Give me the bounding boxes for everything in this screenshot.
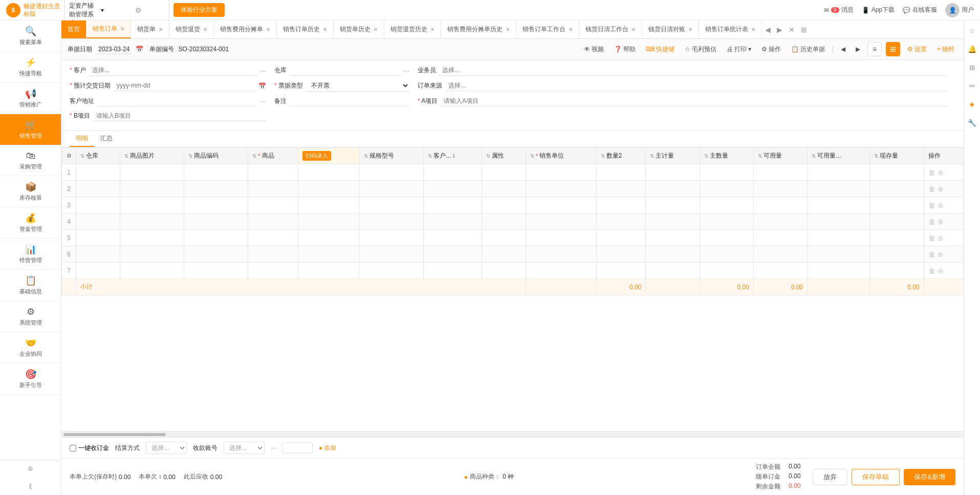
cell-product-img[interactable] [120,164,184,181]
cell-qty2[interactable] [596,213,646,230]
card-view-btn[interactable]: ⊞ [886,42,900,56]
remarks-input[interactable] [290,96,409,106]
cell-available[interactable] [753,213,807,230]
sort-icon[interactable]: ⇅ [874,153,878,159]
tab-order-workbench[interactable]: 销售订单工作台 ✕ [516,20,579,38]
sort-icon[interactable]: ⇅ [812,153,816,159]
tab-return-history[interactable]: 销货退货历史 ✕ [384,20,441,38]
cell-stock[interactable] [870,164,924,181]
cell-product-code[interactable] [184,246,248,263]
cell-scan[interactable] [298,246,360,263]
date-value[interactable]: 2023-03-24 [96,45,132,54]
cell-available2[interactable] [808,246,870,263]
info-icon[interactable]: ℹ [159,474,161,480]
sidebar-gear-btn[interactable]: ⚙ [0,460,61,478]
close-icon[interactable]: ✕ [266,27,270,32]
cell-warehouse[interactable] [76,181,120,197]
rp-icon-4[interactable]: ✏ [966,80,978,92]
settings-btn[interactable]: ⚙ 设置 [904,44,930,55]
sort-icon[interactable]: ⇅ [252,153,256,159]
cell-scan[interactable] [298,263,360,279]
cell-product-img[interactable] [120,263,184,279]
payment-select[interactable]: 选择... [146,442,187,454]
amount-input[interactable]: 0.00 [282,442,313,454]
cell-qty2[interactable] [596,246,646,263]
sidebar-item-sales[interactable]: 🛒 销售管理 [0,114,61,145]
rp-icon-3[interactable]: ⊞ [966,61,978,74]
copy-icon[interactable]: ⊕ [938,250,944,259]
cell-product-code[interactable] [184,164,248,181]
settings-icon[interactable]: ⚙ [135,6,165,14]
cell-product-img[interactable] [120,213,184,230]
cell-qty2[interactable] [596,263,646,279]
cell-main-unit[interactable] [646,213,700,230]
cell-available2[interactable] [808,197,870,213]
app-download[interactable]: 📱 App下载 [862,6,895,14]
tab-sales-order[interactable]: 销售订单 ✕ [86,20,131,38]
calendar-icon[interactable]: 📅 [258,82,266,90]
sort-icon[interactable]: ⇅ [188,153,192,159]
shortcut-btn[interactable]: ⌨ 快捷键 [643,44,678,55]
scroll-thumb[interactable] [63,433,166,436]
cell-product-code[interactable] [184,230,248,246]
cell-main-qty[interactable] [700,230,753,246]
cell-spec[interactable] [360,181,424,197]
cell-available2[interactable] [808,213,870,230]
customer-more-btn[interactable]: ··· [260,67,266,75]
cell-stock[interactable] [870,246,924,263]
tab-order-stats[interactable]: 销售订单统计表 ✕ [699,20,762,38]
one-click-checkbox[interactable] [70,445,76,451]
close-icon[interactable]: ✕ [430,27,434,32]
sort-icon[interactable]: ⇅ [650,153,654,159]
cell-main-unit[interactable] [646,197,700,213]
cell-warehouse[interactable] [76,263,120,279]
cell-main-qty[interactable] [700,246,753,263]
cell-spec[interactable] [360,246,424,263]
sort-icon[interactable]: ⇅ [428,153,432,159]
tab-prev-btn[interactable]: ◀ [762,20,774,38]
cell-customer-code[interactable] [424,181,482,197]
tab-cost-history[interactable]: 销售费用分摊单历史 ✕ [441,20,516,38]
cell-scan[interactable] [298,213,360,230]
col-settings[interactable]: ⚙ [62,148,76,164]
copy-icon[interactable]: ⊕ [938,234,944,242]
cell-attribute[interactable] [482,246,526,263]
tab-next-btn[interactable]: ▶ [774,20,786,38]
tab-sales-invoice[interactable]: 销货单 ✕ [131,20,169,38]
close-icon[interactable]: ✕ [120,26,124,32]
close-icon[interactable]: ✕ [688,27,692,32]
nav-next-btn[interactable]: ▶ [853,45,863,54]
sidebar-item-guide[interactable]: 🎯 新手引导 [0,363,61,395]
cell-spec[interactable] [360,213,424,230]
cell-available[interactable] [753,230,807,246]
sidebar-item-collaboration[interactable]: 🤝 企业协同 [0,332,61,363]
sidebar-item-system[interactable]: ⚙ 系统管理 [0,301,61,332]
sidebar-item-basic-info[interactable]: 📋 基础信息 [0,270,61,301]
sidebar-item-finance[interactable]: 💰 资金管理 [0,207,61,239]
info-icon[interactable]: ℹ [453,153,455,159]
cell-main-qty[interactable] [700,197,753,213]
delete-icon[interactable]: 🗑 [928,218,935,226]
sort-icon[interactable]: ⇅ [364,153,368,159]
cell-product[interactable] [248,181,298,197]
rp-icon-1[interactable]: ☆ [966,25,978,37]
warehouse-input[interactable]: 成品库 [290,65,400,76]
delete-icon[interactable]: 🗑 [928,267,935,275]
cell-attribute[interactable] [482,164,526,181]
delete-icon[interactable]: 🗑 [928,185,935,193]
delete-icon[interactable]: 🗑 [928,201,935,209]
close-icon[interactable]: ✕ [506,27,510,32]
cell-warehouse[interactable] [76,230,120,246]
tab-detail[interactable]: 明细 [70,131,94,147]
sidebar-item-purchase[interactable]: 🛍 采购管理 [0,145,61,176]
sidebar-collapse-btn[interactable]: ⟪ [0,478,61,495]
cell-customer-code[interactable] [424,230,482,246]
close-icon[interactable]: ✕ [159,27,163,32]
cell-attribute[interactable] [482,181,526,197]
sort-icon[interactable]: ⇅ [80,153,84,159]
warehouse-more-btn[interactable]: ··· [403,67,409,75]
sort-icon[interactable]: ⇅ [124,153,128,159]
cell-available2[interactable] [808,164,870,181]
cell-warehouse[interactable] [76,164,120,181]
sidebar-item-search[interactable]: 🔍 搜索菜单 [0,20,61,52]
